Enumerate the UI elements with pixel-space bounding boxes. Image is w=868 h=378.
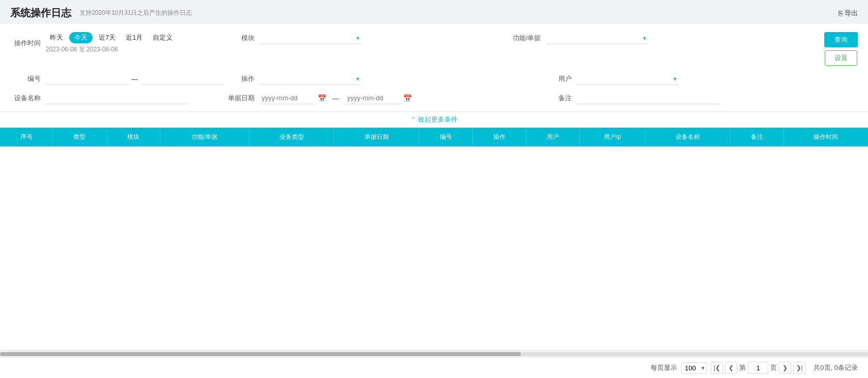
- function-select[interactable]: [546, 32, 648, 44]
- data-table: 序号类型模块功能/单据业务类型单据日期编号操作用户用户ip设备名称备注操作时间: [0, 128, 868, 147]
- number-label: 编号: [10, 74, 46, 83]
- time-filter-group: 操作时间 昨天 今天 近7天 近1月 自定义 2023-06-06 至 2023…: [10, 32, 224, 54]
- function-filter-group: 功能/单据 ▾: [511, 32, 797, 44]
- action-buttons: 查询 设置: [824, 32, 858, 66]
- page-next-button[interactable]: ❯: [779, 362, 791, 374]
- scrollbar-track: [0, 352, 868, 356]
- page-number-input[interactable]: [748, 362, 768, 374]
- page-size-select[interactable]: 100 10 20 50 200: [681, 362, 707, 374]
- col-header-4: 业务类型: [249, 128, 334, 147]
- col-header-5: 单据日期: [334, 128, 419, 147]
- user-filter-group: 用户 ▾: [541, 73, 858, 85]
- time-btn-custom[interactable]: 自定义: [149, 32, 177, 43]
- col-header-0: 序号: [0, 128, 53, 147]
- time-btn-today[interactable]: 今天: [69, 32, 93, 43]
- device-filter-group: 设备名称: [10, 92, 224, 104]
- page-size-label: 每页显示: [651, 363, 677, 372]
- pagination-total-info: 共0页, 0条记录: [814, 363, 858, 372]
- table-container: 序号类型模块功能/单据业务类型单据日期编号操作用户用户ip设备名称备注操作时间: [0, 128, 868, 350]
- col-header-8: 用户: [526, 128, 579, 147]
- pagination-bar: 每页显示 100 10 20 50 200 ▾ |❮ ❮ 第 页 ❯ ❯| 共0…: [0, 357, 868, 378]
- collapse-bar[interactable]: ⌃ 收起更多条件: [0, 112, 868, 128]
- collapse-icon: ⌃: [411, 116, 416, 123]
- operation-label: 操作: [224, 74, 260, 83]
- col-header-3: 功能/单据: [160, 128, 249, 147]
- time-btn-1month[interactable]: 近1月: [122, 32, 147, 43]
- time-range-text: 2023-06-06 至 2023-06-06: [46, 45, 177, 54]
- page-subtitle: 支持2020年10月31日之后产生的操作日志: [79, 9, 192, 17]
- pagination-nav: |❮ ❮ 第 页 ❯ ❯|: [711, 362, 805, 374]
- page-size-wrapper: 100 10 20 50 200 ▾: [681, 362, 707, 374]
- col-header-11: 备注: [730, 128, 783, 147]
- query-button[interactable]: 查询: [824, 32, 858, 47]
- function-label: 功能/单据: [511, 34, 546, 43]
- remark-filter-group: 备注: [541, 92, 858, 104]
- module-filter-group: 模块 ▾: [224, 32, 511, 44]
- col-header-12: 操作时间: [783, 128, 868, 147]
- scrollbar-thumb[interactable]: [0, 352, 521, 356]
- export-button[interactable]: ⎘ 导出: [838, 9, 858, 18]
- table-header-row: 序号类型模块功能/单据业务类型单据日期编号操作用户用户ip设备名称备注操作时间: [0, 128, 868, 147]
- user-select[interactable]: [577, 73, 679, 85]
- operation-filter-group: 操作 ▾: [224, 73, 541, 85]
- col-header-6: 编号: [419, 128, 472, 147]
- time-btn-yesterday[interactable]: 昨天: [46, 32, 67, 43]
- col-header-2: 模块: [106, 128, 160, 147]
- device-input[interactable]: [46, 92, 188, 104]
- user-label: 用户: [541, 74, 577, 83]
- remark-label: 备注: [541, 94, 577, 103]
- page-suffix: 页: [770, 363, 777, 372]
- device-label: 设备名称: [10, 94, 46, 103]
- number-start-input[interactable]: [46, 73, 127, 85]
- col-header-9: 用户ip: [579, 128, 645, 147]
- calendar-end-icon[interactable]: 📅: [403, 94, 412, 102]
- export-label: 导出: [845, 9, 858, 18]
- col-header-1: 类型: [53, 128, 106, 147]
- number-end-input[interactable]: [142, 73, 223, 85]
- page-title: 系统操作日志: [10, 6, 71, 20]
- voucher-date-label: 单据日期: [224, 94, 260, 103]
- operation-select[interactable]: [260, 73, 361, 85]
- settings-button[interactable]: 设置: [825, 50, 857, 66]
- filter-area: 操作时间 昨天 今天 近7天 近1月 自定义 2023-06-06 至 2023…: [0, 24, 868, 112]
- time-btn-7days[interactable]: 近7天: [95, 32, 120, 43]
- time-label: 操作时间: [10, 39, 46, 48]
- module-select[interactable]: [260, 32, 361, 44]
- number-separator: —: [131, 75, 138, 83]
- calendar-start-icon[interactable]: 📅: [318, 94, 326, 102]
- date-end-input[interactable]: [345, 92, 401, 104]
- col-header-7: 操作: [472, 128, 526, 147]
- export-icon: ⎘: [838, 9, 843, 17]
- page-label: 第: [739, 363, 746, 372]
- empty-area: [0, 147, 868, 319]
- page-prev-button[interactable]: ❮: [725, 362, 737, 374]
- page-first-button[interactable]: |❮: [711, 362, 723, 374]
- number-filter-group: 编号 —: [10, 73, 224, 85]
- date-separator: —: [332, 95, 339, 102]
- page-last-button[interactable]: ❯|: [793, 362, 805, 374]
- col-header-10: 设备名称: [646, 128, 731, 147]
- remark-input[interactable]: [577, 92, 719, 104]
- voucher-date-filter-group: 单据日期 📅 — 📅: [224, 92, 541, 104]
- module-label: 模块: [224, 34, 260, 43]
- collapse-label: 收起更多条件: [418, 115, 458, 124]
- horizontal-scrollbar[interactable]: [0, 350, 868, 357]
- date-start-input[interactable]: [260, 92, 316, 104]
